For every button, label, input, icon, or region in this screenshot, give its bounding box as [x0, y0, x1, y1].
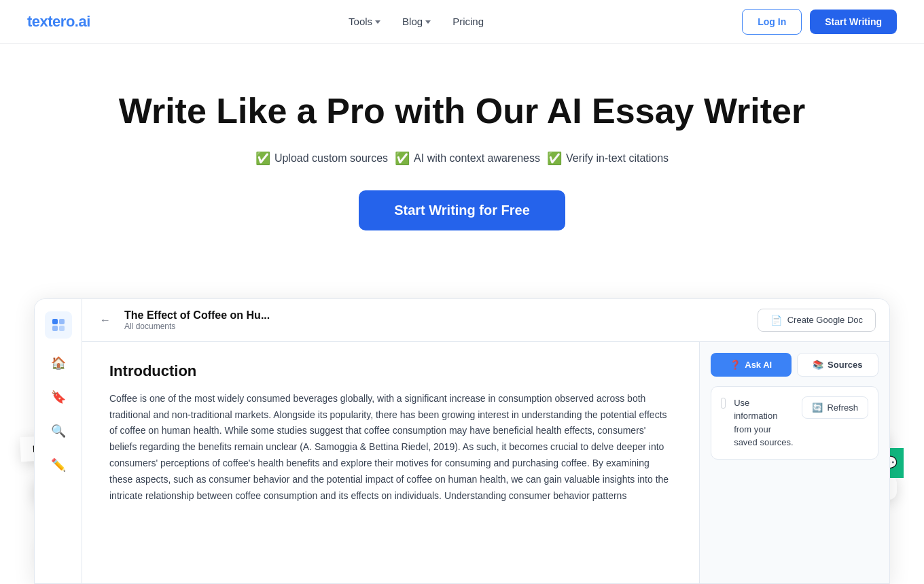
hero-section: Write Like a Pro with Our AI Essay Write…	[0, 44, 924, 258]
tools-nav-link[interactable]: Tools	[349, 16, 380, 27]
pricing-nav-link[interactable]: Pricing	[452, 16, 484, 27]
doc-title-area: The Effect of Coffee on Hu... All docume…	[124, 309, 270, 331]
feature-1-label: Upload custom sources	[274, 152, 388, 165]
logo-text-accent: .ai	[75, 13, 90, 30]
feature-1: ✅ Upload custom sources	[255, 151, 388, 166]
hero-features: ✅ Upload custom sources ✅ AI with contex…	[14, 151, 910, 166]
sources-tab[interactable]: 📚 Sources	[797, 353, 879, 377]
sidebar-search-icon[interactable]: 🔍	[49, 422, 68, 441]
sidebar-logo[interactable]	[45, 311, 72, 339]
panel-tabs: ❓ Ask AI 📚 Sources	[711, 353, 878, 377]
hero-title: Write Like a Pro with Our AI Essay Write…	[14, 91, 910, 132]
pricing-label: Pricing	[452, 16, 484, 27]
doc-heading: Introduction	[109, 362, 672, 380]
check-icon-3: ✅	[547, 151, 562, 166]
doc-title: The Effect of Coffee on Hu...	[124, 309, 270, 322]
sidebar-bookmark-icon[interactable]: 🔖	[49, 388, 68, 407]
start-writing-nav-button[interactable]: Start Writing	[810, 10, 897, 34]
blog-nav-link[interactable]: Blog	[402, 16, 431, 27]
sources-option: Use information from your saved sources.…	[711, 386, 878, 460]
doc-subtitle: All documents	[124, 322, 270, 331]
sidebar-home-icon[interactable]: 🏠	[49, 354, 68, 373]
doc-area: Introduction Coffee is one of the most w…	[82, 342, 699, 583]
svg-rect-0	[52, 319, 58, 324]
tools-chevron-down-icon	[375, 20, 380, 24]
back-button[interactable]: ←	[96, 311, 115, 330]
blog-label: Blog	[402, 16, 423, 27]
ask-ai-icon: ❓	[730, 360, 741, 370]
doc-body-text: Coffee is one of the most widely consume…	[109, 391, 672, 504]
feature-3: ✅ Verify in-text citations	[547, 151, 669, 166]
nav-links: Tools Blog Pricing	[349, 16, 484, 27]
mock-app: 🏠 🔖 🔍 ✏️ ← The Effect of Coffee on Hu...…	[34, 298, 890, 584]
app-topbar: ← The Effect of Coffee on Hu... All docu…	[82, 299, 889, 342]
use-sources-text: Use information from your saved sources.	[734, 396, 794, 449]
right-panel: ❓ Ask AI 📚 Sources Use information from …	[699, 342, 889, 583]
demo-section: Built-in AI detector Safe for academic s…	[20, 298, 904, 584]
refresh-button[interactable]: 🔄 Refresh	[802, 396, 868, 419]
svg-rect-2	[52, 326, 58, 331]
topbar-right: 📄 Create Google Doc	[758, 309, 876, 332]
sources-tab-icon: 📚	[813, 360, 823, 370]
sidebar-edit-icon[interactable]: ✏️	[49, 456, 68, 475]
refresh-label: Refresh	[827, 402, 858, 413]
sources-checkbox[interactable]	[721, 398, 726, 409]
refresh-icon: 🔄	[812, 402, 823, 413]
nav-actions: Log In Start Writing	[742, 9, 897, 35]
create-google-doc-button[interactable]: 📄 Create Google Doc	[758, 309, 876, 332]
google-doc-icon: 📄	[770, 315, 782, 326]
create-google-label: Create Google Doc	[787, 315, 863, 325]
navbar: textero.ai Tools Blog Pricing Log In Sta…	[0, 0, 924, 44]
app-main: ← The Effect of Coffee on Hu... All docu…	[82, 299, 889, 583]
svg-rect-1	[59, 319, 65, 324]
check-icon-2: ✅	[395, 151, 410, 166]
feature-2-label: AI with context awareness	[414, 152, 540, 165]
app-body: Introduction Coffee is one of the most w…	[82, 342, 889, 583]
check-icon-1: ✅	[255, 151, 270, 166]
blog-chevron-down-icon	[425, 20, 431, 24]
feature-2: ✅ AI with context awareness	[395, 151, 540, 166]
feature-3-label: Verify in-text citations	[566, 152, 669, 165]
logo-text-plain: textero	[27, 13, 75, 30]
tools-label: Tools	[349, 16, 372, 27]
ask-ai-tab[interactable]: ❓ Ask AI	[711, 353, 792, 377]
logo[interactable]: textero.ai	[27, 13, 90, 31]
sources-tab-label: Sources	[828, 360, 862, 370]
app-sidebar: 🏠 🔖 🔍 ✏️	[35, 299, 82, 583]
login-button[interactable]: Log In	[742, 9, 802, 35]
ask-ai-label: Ask AI	[745, 360, 772, 370]
svg-rect-3	[59, 326, 65, 331]
hero-cta-button[interactable]: Start Writing for Free	[359, 190, 565, 230]
